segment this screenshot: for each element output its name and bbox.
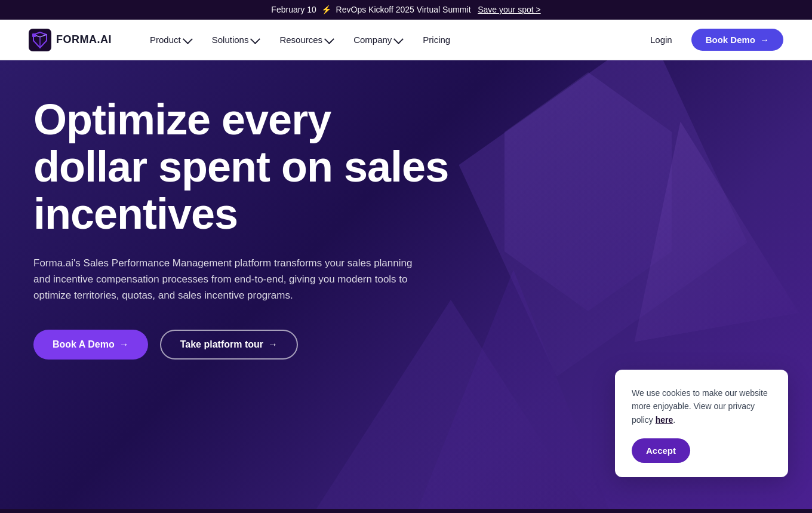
login-button[interactable]: Login: [641, 30, 682, 50]
chevron-down-icon: [250, 34, 260, 44]
cookie-period: .: [673, 415, 675, 425]
main-nav: FORMA.AI Product Solutions Resources Com…: [0, 20, 812, 60]
logo-icon: [29, 29, 51, 51]
svg-rect-1: [32, 33, 36, 37]
arrow-right-icon: →: [760, 35, 769, 45]
nav-item-resources[interactable]: Resources: [270, 30, 342, 50]
announcement-text: February 10 ⚡ RevOps Kickoff 2025 Virtua…: [271, 5, 540, 14]
announcement-cta-link[interactable]: Save your spot >: [478, 5, 540, 14]
cookie-message-text: We use cookies to make our website more …: [632, 388, 768, 425]
cookie-message: We use cookies to make our website more …: [632, 386, 771, 426]
arrow-right-icon: →: [268, 339, 278, 350]
nav-resources-label: Resources: [279, 35, 322, 45]
announcement-event: RevOps Kickoff 2025 Virtual Summit: [336, 5, 471, 14]
announcement-date: February 10: [271, 5, 316, 14]
nav-product-label: Product: [150, 35, 181, 45]
cookie-privacy-link[interactable]: here: [656, 415, 673, 425]
nav-item-company[interactable]: Company: [344, 30, 411, 50]
book-demo-hero-button[interactable]: Book A Demo →: [33, 330, 148, 360]
hero-subtitle: Forma.ai's Sales Performance Management …: [33, 255, 416, 304]
logo[interactable]: FORMA.AI: [29, 29, 112, 51]
hero-title: Optimize every dollar spent on sales inc…: [33, 96, 451, 238]
nav-links: Product Solutions Resources Company Pric…: [140, 30, 641, 50]
cookie-banner: We use cookies to make our website more …: [615, 370, 788, 477]
nav-item-product[interactable]: Product: [140, 30, 200, 50]
platform-tour-label: Take platform tour: [180, 339, 263, 350]
book-demo-hero-label: Book A Demo: [53, 339, 115, 350]
announcement-bar: February 10 ⚡ RevOps Kickoff 2025 Virtua…: [0, 0, 812, 20]
chevron-down-icon: [393, 34, 404, 44]
nav-item-pricing[interactable]: Pricing: [413, 30, 460, 50]
arrow-right-icon: →: [119, 339, 129, 350]
nav-right: Login Book Demo →: [641, 29, 783, 51]
platform-tour-button[interactable]: Take platform tour →: [160, 330, 298, 360]
nav-item-solutions[interactable]: Solutions: [202, 30, 268, 50]
nav-pricing-label: Pricing: [423, 35, 450, 45]
book-demo-label: Book Demo: [706, 35, 755, 45]
nav-company-label: Company: [353, 35, 392, 45]
hero-content: Optimize every dollar spent on sales inc…: [33, 96, 451, 360]
cookie-accept-button[interactable]: Accept: [632, 438, 690, 463]
nav-solutions-label: Solutions: [212, 35, 249, 45]
logo-text: FORMA.AI: [56, 33, 112, 46]
chevron-down-icon: [183, 34, 193, 44]
hero-buttons: Book A Demo → Take platform tour →: [33, 330, 451, 360]
book-demo-button[interactable]: Book Demo →: [691, 29, 783, 51]
flash-icon: ⚡: [321, 5, 331, 14]
chevron-down-icon: [324, 34, 334, 44]
